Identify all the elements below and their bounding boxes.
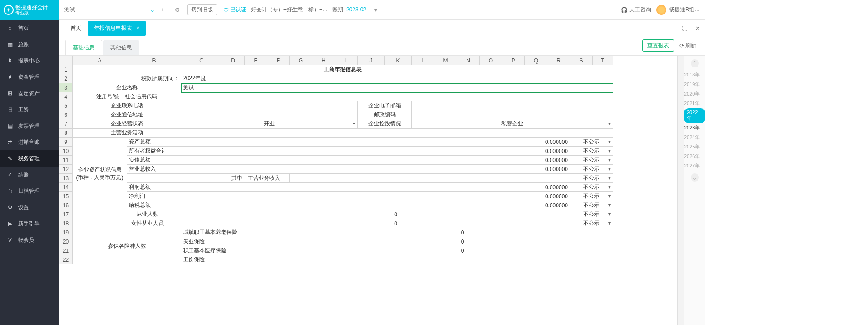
period-picker[interactable]: 2023-02 — [345, 6, 368, 13]
col-header[interactable]: F — [267, 56, 290, 65]
tab-annual-report[interactable]: 年报信息申报表 × — [88, 21, 146, 36]
topbar: 测试 ⌄ ＋ ⚙ 切到旧版 🛡 已认证 好会计（专）+好生意（标）+… 账期 2… — [59, 0, 705, 20]
nav-icon: V — [6, 236, 14, 244]
reset-button[interactable]: 重置报表 — [642, 39, 674, 52]
col-header[interactable]: M — [434, 56, 457, 65]
col-header[interactable]: E — [245, 56, 267, 65]
chevron-down-icon[interactable]: ▾ — [353, 120, 355, 127]
scrollbar[interactable] — [677, 56, 684, 325]
chevron-down-icon[interactable]: ⌄ — [150, 7, 155, 13]
chevron-down-icon[interactable]: ▾ — [608, 120, 611, 127]
sidebar-item-7[interactable]: ⇄进销台账 — [0, 134, 59, 150]
col-header[interactable]: L — [412, 56, 434, 65]
add-icon[interactable]: ＋ — [156, 4, 169, 16]
nav-icon: ✎ — [6, 155, 14, 162]
col-header[interactable]: P — [502, 56, 525, 65]
col-header[interactable]: T — [593, 56, 613, 65]
company-name-label: 企业名称 — [73, 83, 181, 92]
refresh-button[interactable]: ⟳ 刷新 — [679, 42, 696, 49]
certified-badge: 🛡 已认证 — [223, 6, 246, 14]
year-item[interactable]: 2018年 — [684, 70, 705, 80]
tax-period-value[interactable]: 2022年度 — [181, 74, 613, 83]
col-header[interactable]: H — [312, 56, 335, 65]
ownership-select[interactable]: 私营企业▾ — [412, 119, 613, 129]
sidebar: ✦ 畅捷通好会计 专业版 ⌂首页▦总账⬍报表中心¥资金管理⊞固定资产⌸工资▤发票… — [0, 0, 59, 325]
sidebar-item-1[interactable]: ▦总账 — [0, 36, 59, 53]
col-header[interactable]: R — [547, 56, 570, 65]
insurance-group-label: 参保各险种人数 — [73, 228, 181, 264]
sidebar-item-12[interactable]: ▶新手引导 — [0, 215, 59, 232]
year-down-icon[interactable]: ⌄ — [691, 173, 699, 182]
avatar[interactable] — [656, 5, 666, 15]
nav-icon: ▦ — [6, 41, 14, 48]
sidebar-item-13[interactable]: V畅会员 — [0, 232, 59, 248]
col-header[interactable]: K — [385, 56, 412, 65]
row-num[interactable]: 1 — [59, 65, 73, 74]
shield-icon: 🛡 — [223, 7, 229, 13]
subtab-other[interactable]: 其他信息 — [103, 40, 139, 55]
col-header[interactable]: D — [222, 56, 245, 65]
nav-icon: ▶ — [6, 220, 14, 227]
publicity-select[interactable]: 不公示▾ — [570, 138, 613, 147]
col-header[interactable]: O — [480, 56, 502, 65]
user-name[interactable]: 畅捷通B组… — [669, 6, 700, 14]
sidebar-item-8[interactable]: ✎税务管理 — [0, 150, 59, 167]
support-link[interactable]: 人工咨询 — [629, 6, 651, 14]
nav-icon: ⎙ — [6, 187, 14, 195]
year-item[interactable]: 2027年 — [684, 161, 705, 171]
nav-icon: ▤ — [6, 122, 14, 129]
year-item[interactable]: 2020年 — [684, 89, 705, 99]
close-icon[interactable]: × — [136, 25, 139, 31]
switch-old-button[interactable]: 切到旧版 — [187, 4, 217, 15]
col-header[interactable]: S — [570, 56, 593, 65]
col-header[interactable]: Q — [525, 56, 547, 65]
year-up-icon[interactable]: ⌃ — [691, 59, 699, 67]
cloud-icon: ✦ — [4, 5, 14, 15]
sidebar-item-0[interactable]: ⌂首页 — [0, 20, 59, 36]
col-header[interactable]: N — [457, 56, 480, 65]
tax-period-label: 税款所属期间： — [73, 74, 181, 83]
year-item[interactable]: 2023年 — [684, 123, 705, 133]
nav-icon: ✓ — [6, 171, 14, 178]
page-tabs: 首页 年报信息申报表 × ⛶ × — [59, 20, 705, 37]
sidebar-item-10[interactable]: ⎙归档管理 — [0, 183, 59, 199]
company-selector[interactable]: 测试 ⌄ — [64, 6, 155, 14]
year-item[interactable]: 2026年 — [684, 152, 705, 161]
nav-icon: ⬍ — [6, 57, 14, 64]
period-dropdown-icon[interactable]: ▾ — [369, 4, 382, 16]
sidebar-item-5[interactable]: ⌸工资 — [0, 101, 59, 118]
spreadsheet[interactable]: ABCDEFGHIJKLMNOPQRST 1工商年报信息表 2税款所属期间：20… — [59, 56, 677, 325]
refresh-icon: ⟳ — [679, 43, 684, 49]
col-header[interactable]: G — [290, 56, 312, 65]
col-header[interactable]: A — [73, 56, 127, 65]
sidebar-item-11[interactable]: ⚙设置 — [0, 199, 59, 215]
year-item[interactable]: 2019年 — [684, 80, 705, 89]
sheet-title: 工商年报信息表 — [73, 65, 613, 74]
year-item[interactable]: 2022年 — [684, 108, 705, 123]
company-name: 测试 — [64, 6, 75, 14]
nav-icon: ⊞ — [6, 90, 14, 97]
business-status-select[interactable]: 开业▾ — [181, 119, 358, 129]
col-header[interactable]: J — [358, 56, 385, 65]
year-item[interactable]: 2021年 — [684, 99, 705, 108]
year-item[interactable]: 2024年 — [684, 133, 705, 142]
col-header[interactable]: C — [181, 56, 222, 65]
company-name-cell[interactable]: 测试 — [181, 83, 613, 92]
plan-label: 好会计（专）+好生意（标）+… — [251, 6, 328, 14]
tab-home[interactable]: 首页 — [64, 21, 88, 36]
sidebar-item-9[interactable]: ✓结账 — [0, 167, 59, 183]
corner-cell[interactable] — [59, 56, 73, 65]
col-header[interactable]: I — [335, 56, 358, 65]
sidebar-item-6[interactable]: ▤发票管理 — [0, 118, 59, 134]
col-header[interactable]: B — [127, 56, 181, 65]
year-item[interactable]: 2025年 — [684, 142, 705, 152]
sidebar-item-2[interactable]: ⬍报表中心 — [0, 53, 59, 69]
gear-icon[interactable]: ⚙ — [171, 4, 184, 16]
nav-icon: ¥ — [6, 73, 14, 81]
tabs-close-icon[interactable]: × — [696, 24, 700, 33]
expand-icon[interactable]: ⛶ — [682, 25, 687, 32]
subtab-basic[interactable]: 基础信息 — [65, 40, 102, 55]
sidebar-item-4[interactable]: ⊞固定资产 — [0, 85, 59, 101]
sidebar-item-3[interactable]: ¥资金管理 — [0, 69, 59, 85]
nav-icon: ⚙ — [6, 204, 14, 211]
